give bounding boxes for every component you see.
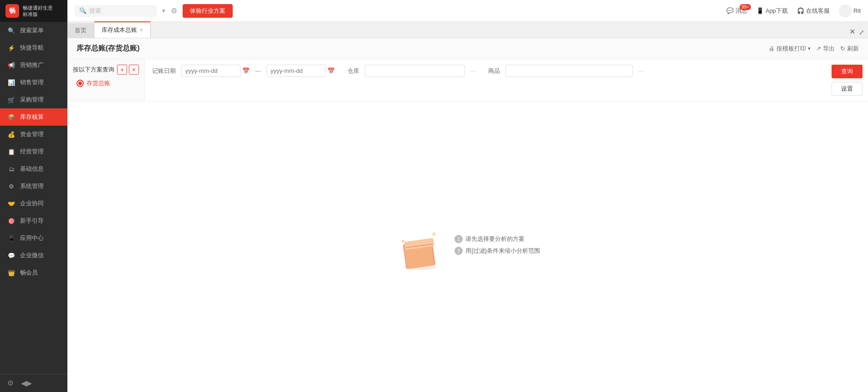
tab-close-icon[interactable]: × <box>140 27 143 33</box>
close-scheme-btn[interactable]: × <box>129 65 139 75</box>
sidebar-label-shortcut: 快捷导航 <box>20 44 44 52</box>
tab-inventory-ledger[interactable]: 库存成本总账 × <box>94 21 151 38</box>
sidebar-item-purchase[interactable]: 🛒 采购管理 <box>0 91 67 108</box>
finance-icon: 💰 <box>7 130 15 138</box>
warehouse-input[interactable] <box>365 65 465 77</box>
app-download-item[interactable]: 📱 App下载 <box>756 7 788 15</box>
sidebar-item-system[interactable]: ⚙ 系统管理 <box>0 178 67 195</box>
sidebar-item-operation[interactable]: 📋 经营管理 <box>0 143 67 160</box>
sidebar-label-operation: 经营管理 <box>20 148 44 156</box>
settings-icon[interactable]: ⚙ <box>7 379 14 387</box>
step2-num: 2 <box>454 247 463 255</box>
sidebar-item-search[interactable]: 🔍 搜索菜单 <box>0 22 67 39</box>
filter-scheme-panel: 按以下方案查询 + × 存货总账 <box>67 59 145 101</box>
purchase-icon: 🛒 <box>7 96 15 104</box>
topbar-chevron-icon[interactable]: ▾ <box>162 7 165 14</box>
empty-step2: 2 用[过滤]条件来缩小分析范围 <box>454 247 540 255</box>
calendar-start-icon[interactable]: 📅 <box>242 67 250 74</box>
svg-text:✦: ✦ <box>401 238 405 244</box>
sidebar-item-marketing[interactable]: 📢 营销推广 <box>0 56 67 74</box>
print-dropdown-icon[interactable]: ▾ <box>808 46 811 51</box>
empty-state: ✦ ✦ 1 请先选择要分析的方案 2 用[过滤]条件来缩小分析范围 <box>67 102 868 392</box>
page-title: 库存总账(存货总账) <box>77 44 140 53</box>
refresh-btn[interactable]: ↻ 刷新 <box>840 45 859 53</box>
basic-icon: 🗂 <box>7 165 15 173</box>
inventory-icon: 📦 <box>7 113 15 121</box>
sidebar-label-wechat: 企业微信 <box>20 251 44 260</box>
settings-button[interactable]: 设置 <box>832 82 863 96</box>
empty-step1: 1 请先选择要分析的方案 <box>454 235 540 243</box>
sidebar-item-appstore[interactable]: 📱 应用中心 <box>0 229 67 247</box>
guide-icon: 🎯 <box>7 217 15 225</box>
toggle-sidebar-icon[interactable]: ◀▶ <box>21 379 32 387</box>
query-button[interactable]: 查询 <box>832 65 863 78</box>
sidebar-item-sales[interactable]: 📊 销售管理 <box>0 74 67 91</box>
sidebar-label-appstore: 应用中心 <box>20 234 44 242</box>
empty-text: 1 请先选择要分析的方案 2 用[过滤]条件来缩小分析范围 <box>454 235 540 259</box>
print-icon: 🖨 <box>769 45 775 52</box>
resize-icon[interactable]: ⤢ <box>859 29 864 36</box>
sidebar-item-wechat[interactable]: 💬 企业微信 <box>0 247 67 264</box>
sidebar-label-search: 搜索菜单 <box>20 26 44 35</box>
shortcut-icon: ⚡ <box>7 44 15 52</box>
sidebar-item-member[interactable]: 👑 畅会员 <box>0 264 67 281</box>
topbar-search-box[interactable]: 🔍 搜索 <box>75 5 157 17</box>
page-content: 库存总账(存货总账) 🖨 按模板打印 ▾ ↗ 导出 ↻ 刷新 <box>67 38 868 392</box>
date-start-input[interactable] <box>181 65 240 77</box>
system-icon: ⚙ <box>7 182 15 190</box>
sidebar-label-sales: 销售管理 <box>20 78 44 87</box>
sidebar-item-inventory[interactable]: 📦 库存核算 <box>0 108 67 126</box>
sidebar-label-cooperation: 企业协同 <box>20 199 44 208</box>
tab-home[interactable]: 首页 <box>67 23 94 38</box>
phone-icon: 📱 <box>756 7 764 14</box>
appstore-icon: 📱 <box>7 234 15 242</box>
export-icon: ↗ <box>816 45 821 52</box>
export-btn[interactable]: ↗ 导出 <box>816 45 835 53</box>
sidebar-label-inventory: 库存核算 <box>20 113 44 121</box>
sales-icon: 📊 <box>7 78 15 87</box>
close-panel-icon[interactable]: ✕ <box>849 27 855 36</box>
search-icon: 🔍 <box>7 26 15 35</box>
svg-text:✦: ✦ <box>431 230 437 238</box>
user-avatar <box>839 5 852 17</box>
product-label: 商品 <box>488 67 500 75</box>
member-icon: 👑 <box>7 269 15 277</box>
user-profile-item[interactable]: Rit <box>839 5 861 17</box>
app-logo: 畅 畅捷通好生意 标准版 <box>0 0 67 22</box>
page-header-actions: 🖨 按模板打印 ▾ ↗ 导出 ↻ 刷新 <box>769 45 859 53</box>
sidebar-label-system: 系统管理 <box>20 182 44 190</box>
topbar-right: 💬 消息 99+ 📱 App下载 🎧 在线客服 Rit <box>726 5 861 17</box>
product-more-btn[interactable]: ··· <box>638 67 643 74</box>
print-by-template-btn[interactable]: 🖨 按模板打印 ▾ <box>769 45 811 53</box>
date-start-wrapper: 📅 <box>181 65 250 77</box>
operation-icon: 📋 <box>7 148 15 156</box>
sidebar-item-shortcut[interactable]: ⚡ 快捷导航 <box>0 39 67 56</box>
sidebar: 畅 畅捷通好生意 标准版 🔍 搜索菜单 ⚡ 快捷导航 📢 营销推广 📊 销售管理… <box>0 0 67 392</box>
search-icon: 🔍 <box>79 7 87 14</box>
tabbar: 首页 库存成本总账 × ✕ ⤢ <box>67 22 868 38</box>
message-badge: 99+ <box>740 4 751 10</box>
date-end-wrapper: 📅 <box>266 65 335 77</box>
warehouse-more-btn[interactable]: ··· <box>470 67 475 74</box>
sidebar-item-basic[interactable]: 🗂 基础信息 <box>0 160 67 178</box>
sidebar-item-finance[interactable]: 💰 资金管理 <box>0 126 67 143</box>
logo-icon: 畅 <box>5 4 19 18</box>
filter-actions: 查询 设置 <box>826 59 868 101</box>
topbar: 🔍 搜索 ▾ ⚙ 体验行业方案 💬 消息 99+ 📱 App下载 🎧 在线客服 … <box>67 0 868 22</box>
add-scheme-btn[interactable]: + <box>117 65 127 75</box>
wechat-icon: 💬 <box>7 251 15 260</box>
calendar-end-icon[interactable]: 📅 <box>327 67 335 74</box>
online-service-item[interactable]: 🎧 在线客服 <box>797 7 830 15</box>
sidebar-item-guide[interactable]: 🎯 新手引导 <box>0 212 67 229</box>
demo-button[interactable]: 体验行业方案 <box>183 4 233 18</box>
scheme-item-inventory[interactable]: 存货总账 <box>73 77 139 89</box>
message-item[interactable]: 💬 消息 99+ <box>726 7 747 15</box>
product-input[interactable] <box>505 65 633 77</box>
cooperation-icon: 🤝 <box>7 199 15 208</box>
sidebar-item-cooperation[interactable]: 🤝 企业协同 <box>0 195 67 212</box>
date-end-input[interactable] <box>266 65 326 77</box>
sidebar-label-purchase: 采购管理 <box>20 96 44 104</box>
search-placeholder: 搜索 <box>89 7 101 15</box>
topbar-gear-icon[interactable]: ⚙ <box>171 6 177 15</box>
marketing-icon: 📢 <box>7 61 15 69</box>
